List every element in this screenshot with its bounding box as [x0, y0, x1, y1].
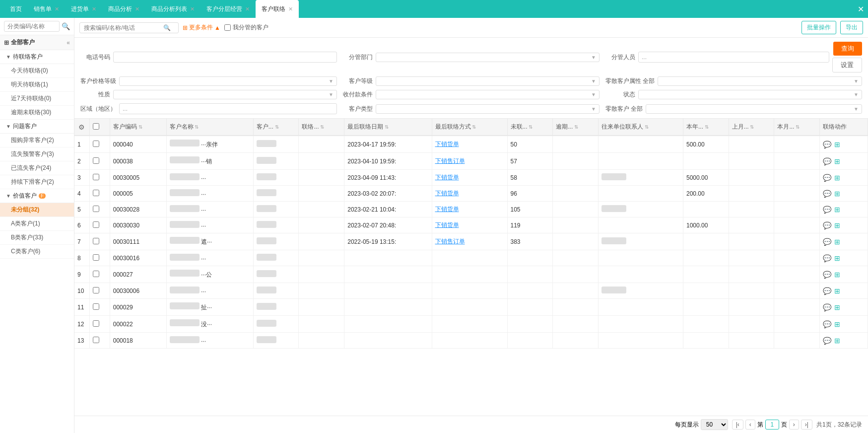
next-page-btn[interactable]: › [789, 420, 799, 430]
sidebar-search-input[interactable] [4, 21, 60, 32]
th-checkbox[interactable] [89, 119, 110, 136]
grid-action-icon[interactable]: ⊞ [834, 206, 840, 214]
select-all-checkbox[interactable] [93, 123, 99, 130]
per-page-select[interactable]: 50 20 100 [701, 419, 728, 430]
close-analysis-icon[interactable]: ✕ [135, 6, 139, 12]
close-customer-contact-icon[interactable]: ✕ [288, 6, 293, 12]
nav-analysis-list[interactable]: 商品分析列表 ✕ [145, 0, 200, 18]
chat-icon[interactable]: 💬 [823, 254, 831, 262]
th-last-contact-date[interactable]: 最后联络日期 [344, 119, 432, 136]
th-overdue[interactable]: 逾期... [553, 119, 599, 136]
group-value-title[interactable]: ▼ 价值客户 F [0, 189, 74, 203]
grid-action-icon[interactable]: ⊞ [834, 320, 840, 328]
th-last-contact-method[interactable]: 最后联络方式 [432, 119, 507, 136]
grid-action-icon[interactable]: ⊞ [834, 271, 840, 279]
sidebar-item-warning[interactable]: 流失预警客户(3) [0, 147, 74, 161]
th-this-year[interactable]: 本年... [683, 119, 729, 136]
th-type[interactable]: 客户... [253, 119, 299, 136]
filter-customer-level-select[interactable]: ▼ [376, 76, 600, 86]
row-checkbox[interactable] [89, 250, 110, 266]
row-checkbox[interactable] [89, 316, 110, 333]
th-last-month[interactable]: 上月... [729, 119, 774, 136]
grid-action-icon[interactable]: ⊞ [834, 157, 840, 165]
row-last-contact-method[interactable]: 下销货单 [432, 217, 507, 233]
contact-method-link[interactable]: 下销货单 [435, 190, 459, 197]
close-customer-ops-icon[interactable]: ✕ [245, 6, 250, 12]
row-last-contact-method[interactable]: 下销售订单 [432, 153, 507, 170]
grid-action-icon[interactable]: ⊞ [834, 238, 840, 246]
prev-page-btn[interactable]: ‹ [745, 420, 755, 430]
grid-action-icon[interactable]: ⊞ [834, 303, 840, 311]
grid-action-icon[interactable]: ⊞ [834, 254, 840, 262]
close-analysis-list-icon[interactable]: ✕ [190, 6, 195, 12]
row-checkbox[interactable] [89, 170, 110, 186]
search-input[interactable] [84, 24, 163, 31]
grid-action-icon[interactable]: ⊞ [834, 190, 840, 198]
th-uncontacted[interactable]: 未联... [507, 119, 553, 136]
row-checkbox[interactable] [89, 217, 110, 233]
sidebar-item-class-b[interactable]: B类客户(33) [0, 231, 74, 245]
sidebar-item-today[interactable]: 今天待联络(0) [0, 64, 74, 78]
close-sales-icon[interactable]: ✕ [55, 6, 59, 12]
all-customers-header[interactable]: ⊞ 全部客户 « [0, 35, 74, 50]
filter-status-select[interactable]: ▼ [638, 90, 862, 99]
row-checkbox[interactable] [89, 333, 110, 349]
export-button[interactable]: 导出 [840, 21, 863, 34]
filter-retail-customer-select[interactable]: ▼ [646, 104, 862, 114]
contact-method-link[interactable]: 下销货单 [435, 174, 459, 181]
sidebar-item-overdue[interactable]: 逾期未联络(30) [0, 106, 74, 120]
row-checkbox[interactable] [89, 299, 110, 316]
row-checkbox[interactable] [89, 136, 110, 153]
row-last-contact-method[interactable]: 下销货单 [432, 136, 507, 153]
filter-manager-select[interactable]: ... [638, 52, 829, 63]
sidebar-item-abnormal[interactable]: 囤购异常客户(2) [0, 134, 74, 147]
first-page-btn[interactable]: |‹ [732, 420, 743, 430]
th-name[interactable]: 客户名称 [166, 119, 253, 136]
sidebar-item-tomorrow[interactable]: 明天待联络(1) [0, 78, 74, 92]
row-last-contact-method[interactable]: 下销货单 [432, 202, 507, 217]
more-filters-btn[interactable]: ⊞ 更多条件 ▲ [183, 23, 220, 32]
row-last-contact-method[interactable]: 下销货单 [432, 170, 507, 186]
nav-customer-ops[interactable]: 客户分层经营 ✕ [200, 0, 256, 18]
sidebar-item-class-c[interactable]: C类客户(6) [0, 245, 74, 259]
filter-price-select[interactable]: ▼ [119, 76, 337, 86]
filter-nature-select[interactable]: ▼ [113, 90, 337, 99]
chat-icon[interactable]: 💬 [823, 190, 831, 198]
contact-method-link[interactable]: 下销货单 [435, 221, 459, 228]
sidebar-item-ungrouped[interactable]: 未分组(32) [0, 203, 74, 217]
chat-icon[interactable]: 💬 [823, 303, 831, 311]
sidebar-search-icon[interactable]: 🔍 [62, 22, 70, 30]
grid-action-icon[interactable]: ⊞ [834, 287, 840, 295]
grid-action-icon[interactable]: ⊞ [834, 141, 840, 148]
nav-home[interactable]: 首页 [4, 0, 28, 18]
row-last-contact-method[interactable]: 下销售订单 [432, 233, 507, 250]
row-checkbox[interactable] [89, 153, 110, 170]
th-this-month[interactable]: 本月... [774, 119, 820, 136]
chat-icon[interactable]: 💬 [823, 174, 831, 182]
filter-payment-select[interactable]: ▼ [376, 90, 600, 99]
batch-ops-button[interactable]: 批量操作 [801, 21, 836, 34]
contact-method-link[interactable]: 下销货单 [435, 141, 459, 147]
sidebar-item-class-a[interactable]: A类客户(1) [0, 217, 74, 231]
collapse-icon[interactable]: « [67, 39, 70, 46]
gear-icon[interactable]: ⚙ [78, 123, 85, 131]
th-code[interactable]: 客户编码 [110, 119, 166, 136]
th-contacts-person[interactable]: 往来单位联系人 [598, 119, 683, 136]
query-button[interactable]: 查询 [833, 42, 862, 56]
group-problem-title[interactable]: ▼ 问题客户 [0, 120, 74, 134]
chat-icon[interactable]: 💬 [823, 320, 831, 328]
my-customers-filter[interactable]: 我分管的客户 [224, 23, 268, 32]
chat-icon[interactable]: 💬 [823, 271, 831, 279]
sidebar-item-declining[interactable]: 持续下滑客户(2) [0, 175, 74, 189]
chat-icon[interactable]: 💬 [823, 238, 831, 246]
nav-customer-contact[interactable]: 客户联络 ✕ [256, 0, 299, 18]
th-settings[interactable]: ⚙ [74, 119, 89, 136]
row-checkbox[interactable] [89, 186, 110, 202]
chat-icon[interactable]: 💬 [823, 287, 831, 295]
th-contact[interactable]: 联络... [299, 119, 344, 136]
last-page-btn[interactable]: ›| [801, 420, 812, 430]
nav-analysis[interactable]: 商品分析 ✕ [102, 0, 145, 18]
filter-dept-select[interactable]: ▼ [376, 53, 600, 62]
contact-method-link[interactable]: 下销货单 [435, 206, 459, 213]
current-page[interactable]: 1 [765, 420, 779, 430]
